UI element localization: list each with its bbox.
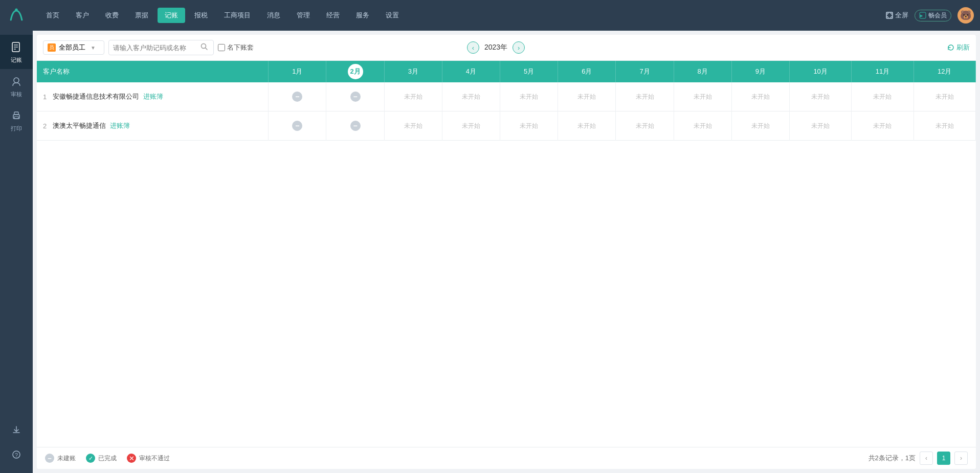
legend-rejected: ✕ 审核不通过 <box>127 454 170 463</box>
col-apr: 4月 <box>442 61 500 82</box>
row1-feb: − <box>326 82 384 111</box>
row2-client-name: 澳澳太平畅捷通信 <box>53 121 106 130</box>
row1-aug-status: 未开始 <box>694 93 712 100</box>
row2-num: 2 <box>43 122 47 130</box>
topnav-business[interactable]: 工商项目 <box>217 8 258 23</box>
my-accounts-checkbox[interactable] <box>218 44 225 51</box>
row1-may-status: 未开始 <box>520 93 538 100</box>
row1-sep: 未开始 <box>731 82 789 111</box>
row1-jan-status: − <box>292 92 302 102</box>
refresh-button[interactable]: 刷新 <box>947 43 970 52</box>
col-aug: 8月 <box>674 61 731 82</box>
topnav-operation[interactable]: 经营 <box>319 8 347 23</box>
row2-name-cell: 2 澳澳太平畅捷通信 进账簿 <box>37 111 269 141</box>
topnav-manage[interactable]: 管理 <box>289 8 317 23</box>
next-page-button[interactable]: › <box>954 452 968 465</box>
col-feb: 2月 <box>326 61 384 82</box>
row2-enter-link[interactable]: 进账簿 <box>110 121 130 130</box>
row2-mar-status: 未开始 <box>404 122 422 129</box>
topnav-home[interactable]: 首页 <box>39 8 66 23</box>
sidebar-item-audit[interactable]: 审核 <box>0 69 33 103</box>
vip-button[interactable]: ▶ 畅会员 <box>915 10 951 21</box>
col-oct: 10月 <box>789 61 851 82</box>
search-button[interactable] <box>199 42 209 53</box>
next-year-button[interactable]: › <box>513 41 525 54</box>
row1-oct-status: 未开始 <box>811 93 830 100</box>
row1-oct: 未开始 <box>789 82 851 111</box>
row1-apr-status: 未开始 <box>462 93 480 100</box>
legend-rejected-label: 审核不通过 <box>139 454 170 463</box>
legend-red-icon: ✕ <box>127 454 136 463</box>
row1-apr: 未开始 <box>442 82 500 111</box>
employee-tag-icon: 员 <box>48 43 56 52</box>
sidebar-item-print[interactable]: 打印 <box>0 103 33 138</box>
user-avatar[interactable]: 🐻 <box>957 7 974 24</box>
col-dec: 12月 <box>914 61 975 82</box>
topnav-message[interactable]: 消息 <box>260 8 287 23</box>
topnav-fee[interactable]: 收费 <box>98 8 126 23</box>
sidebar-item-print-label: 打印 <box>11 125 22 132</box>
sidebar-nav-group: 记账 审核 打印 <box>0 31 33 142</box>
row1-dec: 未开始 <box>914 82 975 111</box>
row1-jul-status: 未开始 <box>636 93 654 100</box>
row1-enter-link[interactable]: 进账簿 <box>143 92 163 101</box>
svg-line-15 <box>206 48 208 50</box>
row2-jul: 未开始 <box>616 111 674 141</box>
legend-completed-label: 已完成 <box>98 454 117 463</box>
col-jan: 1月 <box>269 61 326 82</box>
row1-mar: 未开始 <box>384 82 442 111</box>
row2-may-status: 未开始 <box>520 122 538 129</box>
col-client-name: 客户名称 <box>37 61 269 82</box>
year-display: 2023年 <box>484 43 507 52</box>
search-input[interactable] <box>113 44 199 52</box>
sidebar-logo <box>0 0 33 31</box>
fullscreen-button[interactable]: 全屏 <box>886 11 908 20</box>
row2-may: 未开始 <box>500 111 558 141</box>
my-accounts-label: 名下账套 <box>227 43 254 52</box>
topnav-client[interactable]: 客户 <box>69 8 96 23</box>
row2-oct: 未开始 <box>789 111 851 141</box>
my-accounts-checkbox-wrap[interactable]: 名下账套 <box>218 43 254 52</box>
current-month-circle: 2月 <box>348 64 363 79</box>
row1-sep-status: 未开始 <box>751 93 770 100</box>
topnav-service[interactable]: 服务 <box>349 8 376 23</box>
toolbar: 员 全部员工 ▼ 名下账套 ‹ 2023年 › <box>37 35 976 61</box>
row1-mar-status: 未开始 <box>404 93 422 100</box>
table-row: 1 安徽畅捷通信息技术有限公司 进账簿 − − 未开始 未开始 未开始 未开始 … <box>37 82 976 111</box>
refresh-label: 刷新 <box>956 43 970 52</box>
sidebar-bottom: ? <box>0 418 33 473</box>
row2-feb-status: − <box>350 121 361 131</box>
row1-nov: 未开始 <box>852 82 914 111</box>
row1-jun: 未开始 <box>558 82 616 111</box>
topnav-invoice[interactable]: 票据 <box>128 8 155 23</box>
row2-jan-status: − <box>292 121 302 131</box>
footer: − 未建账 ✓ 已完成 ✕ 审核不通过 共2条记录，1页 ‹ 1 › <box>37 447 976 469</box>
row1-jul: 未开始 <box>616 82 674 111</box>
legend-unbuilt: − 未建账 <box>45 454 76 463</box>
topnav-settings[interactable]: 设置 <box>378 8 406 23</box>
help-icon: ? <box>9 447 24 462</box>
row2-jun: 未开始 <box>558 111 616 141</box>
table-row: 2 澳澳太平畅捷通信 进账簿 − − 未开始 未开始 未开始 未开始 未开始 未… <box>37 111 976 141</box>
row1-name-cell: 1 安徽畅捷通信息技术有限公司 进账簿 <box>37 82 269 111</box>
prev-year-button[interactable]: ‹ <box>467 41 479 54</box>
sidebar-item-bookkeeping-label: 记账 <box>11 56 22 64</box>
row1-dec-status: 未开始 <box>936 93 954 100</box>
employee-select[interactable]: 员 全部员工 ▼ <box>43 40 104 55</box>
print-icon <box>9 108 24 123</box>
employee-select-arrow: ▼ <box>91 45 96 51</box>
row2-jul-status: 未开始 <box>636 122 654 129</box>
topnav-bookkeeping[interactable]: 记账 <box>158 8 185 23</box>
col-nov: 11月 <box>852 61 914 82</box>
sidebar-item-download[interactable] <box>0 418 33 442</box>
sidebar-item-bookkeeping[interactable]: 记账 <box>0 35 33 69</box>
sidebar-item-audit-label: 审核 <box>11 91 22 98</box>
row1-client-name: 安徽畅捷通信息技术有限公司 <box>53 92 139 101</box>
sidebar-item-help[interactable]: ? <box>0 442 33 467</box>
row1-nov-status: 未开始 <box>873 93 892 100</box>
page-1-button[interactable]: 1 <box>937 452 950 465</box>
topnav-tax[interactable]: 报税 <box>187 8 215 23</box>
prev-page-button[interactable]: ‹ <box>920 452 933 465</box>
search-input-wrap <box>108 40 214 55</box>
row1-aug: 未开始 <box>674 82 731 111</box>
